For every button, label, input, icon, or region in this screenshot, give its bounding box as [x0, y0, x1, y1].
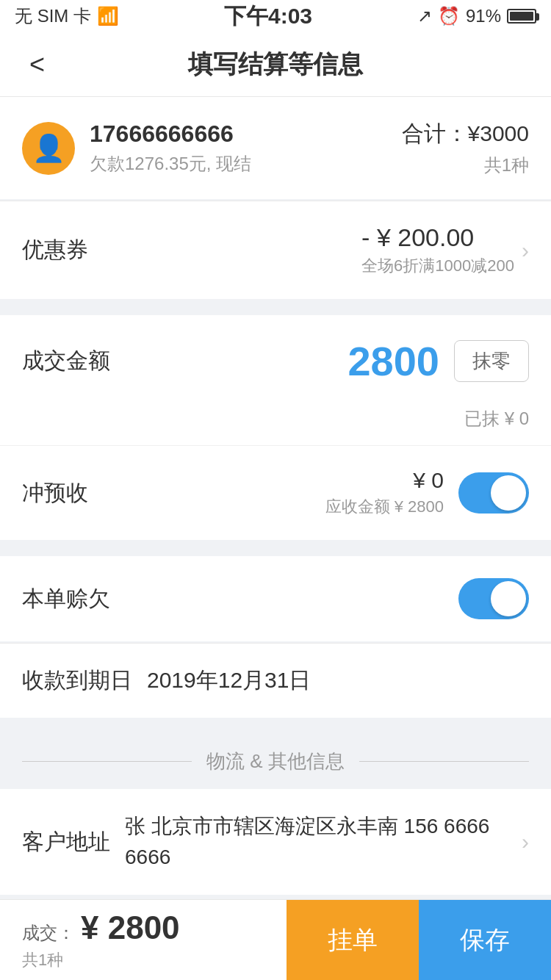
amount-row: 成交金额 2800 抹零	[0, 315, 551, 407]
total-count: 共1种	[402, 154, 529, 177]
section-gap-2	[0, 541, 551, 556]
duedate-row: 收款到期日 2019年12月31日	[0, 644, 551, 718]
user-sub-text: 欠款1276.35元, 现结	[90, 152, 251, 176]
coupon-label: 优惠券	[22, 235, 88, 265]
sim-text: 无 SIM 卡	[15, 4, 91, 28]
prepay-amount: ¥ 0	[325, 468, 444, 493]
save-button[interactable]: 保存	[419, 900, 551, 981]
hold-button[interactable]: 挂单	[287, 900, 419, 981]
location-icon: ↗	[417, 6, 432, 26]
address-chevron-icon: ›	[522, 829, 529, 854]
wifi-icon: 📶	[97, 6, 119, 26]
status-time: 下午4:03	[224, 1, 312, 32]
avatar: 👤	[22, 122, 75, 175]
prepay-sub: 应收金额 ¥ 2800	[325, 496, 444, 518]
coupon-discount: - ¥ 200.00	[361, 223, 514, 252]
user-card: 👤 17666666666 欠款1276.35元, 现结 合计：¥3000 共1…	[0, 97, 551, 199]
coupon-row[interactable]: 优惠券 - ¥ 200.00 全场6折满1000减200 ›	[0, 201, 551, 299]
total-amount: 合计：¥3000	[402, 119, 529, 149]
bottom-label: 成交：	[22, 921, 75, 945]
prepay-label: 冲预收	[22, 478, 88, 508]
duedate-label: 收款到期日	[22, 666, 132, 696]
status-right: ↗ ⏰ 91%	[417, 6, 536, 26]
status-bar: 无 SIM 卡 📶 下午4:03 ↗ ⏰ 91%	[0, 0, 551, 32]
prepay-row: 冲预收 ¥ 0 应收金额 ¥ 2800	[0, 445, 551, 540]
battery-text: 91%	[466, 6, 501, 26]
nav-bar: < 填写结算等信息	[0, 32, 551, 97]
page-title: 填写结算等信息	[188, 48, 363, 82]
bottom-count: 共1种	[22, 949, 264, 971]
coupon-desc: 全场6折满1000减200	[361, 255, 514, 277]
address-value: 张 北京市市辖区海淀区永丰南 156 6666 6666	[125, 811, 522, 873]
status-left: 无 SIM 卡 📶	[15, 4, 119, 28]
logistics-label: 物流 & 其他信息	[206, 749, 345, 774]
back-button[interactable]: <	[22, 42, 52, 87]
amount-label: 成交金额	[22, 346, 110, 376]
address-row[interactable]: 客户地址 张 北京市市辖区海淀区永丰南 156 6666 6666 ›	[0, 789, 551, 895]
debt-toggle-knob	[491, 581, 526, 616]
logistics-section: 物流 & 其他信息	[0, 734, 551, 789]
user-phone: 17666666666	[90, 120, 251, 148]
address-label: 客户地址	[22, 827, 110, 857]
bottom-info: 成交： ¥ 2800 共1种	[0, 909, 287, 971]
chevron-right-icon: ›	[522, 238, 529, 263]
debt-row: 本单赊欠	[0, 556, 551, 641]
debt-toggle[interactable]	[458, 578, 529, 619]
amount-sub: 已抹 ¥ 0	[0, 407, 551, 445]
amount-value: 2800	[347, 337, 439, 385]
person-icon: 👤	[32, 133, 65, 164]
bottom-bar: 成交： ¥ 2800 共1种 挂单 保存	[0, 899, 551, 980]
section-gap-3	[0, 719, 551, 734]
amount-section: 成交金额 2800 抹零 已抹 ¥ 0 冲预收 ¥ 0 应收金额 ¥ 2800	[0, 315, 551, 540]
duedate-value: 2019年12月31日	[147, 666, 311, 696]
prepay-toggle[interactable]	[458, 472, 529, 514]
bottom-amount: ¥ 2800	[81, 909, 180, 946]
battery-icon	[507, 9, 536, 24]
content: 👤 17666666666 欠款1276.35元, 现结 合计：¥3000 共1…	[0, 97, 551, 980]
section-gap-1	[0, 300, 551, 315]
alarm-icon: ⏰	[438, 6, 460, 26]
debt-label: 本单赊欠	[22, 584, 110, 614]
toggle-knob	[491, 475, 526, 511]
round-button[interactable]: 抹零	[454, 340, 529, 382]
